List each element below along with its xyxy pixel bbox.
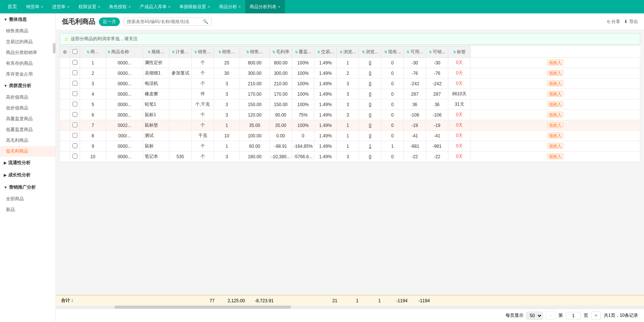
row-checkbox[interactable] (73, 81, 77, 86)
row-checkbox[interactable] (73, 133, 77, 138)
row-checkbox[interactable] (73, 60, 77, 65)
row-sales-price: 180.00 (240, 152, 270, 162)
nav-permission[interactable]: 权限设置 × (74, 0, 105, 13)
sidebar-section-overall[interactable]: ▼ 整体信息 (0, 13, 55, 26)
prev-page-btn[interactable]: ＜ (546, 311, 555, 320)
row-sales-profit: 90.00 (270, 110, 292, 120)
sidebar-item-low-value[interactable]: 低价值商品 (0, 103, 55, 114)
sidebar-item-sales-goods[interactable]: 销售类商品 (0, 26, 55, 36)
warning-text: 这部分商品的利润非常低，请关注 (71, 36, 138, 42)
row-current-stock: -41 (404, 131, 426, 141)
row-checkbox[interactable] (73, 122, 77, 127)
share-btn[interactable]: ⎗ 分享 (607, 19, 620, 25)
sidebar-item-low-coverage[interactable]: 低覆盖度商品 (0, 124, 55, 135)
nav-goods-analysis[interactable]: 商品分析 × (215, 0, 245, 13)
nav-goods-analysis-list[interactable]: 商品分析列表 × (245, 0, 285, 13)
row-checkbox[interactable] (73, 70, 77, 75)
row-view1[interactable]: 0 (359, 58, 381, 68)
row-checkbox[interactable] (73, 112, 77, 117)
row-checkbox[interactable] (73, 102, 77, 106)
nav-template[interactable]: 单据模板设置 × (175, 0, 214, 13)
search-icon[interactable]: 🔍 (203, 19, 208, 24)
row-check[interactable] (70, 120, 80, 131)
per-page-select[interactable]: 50 (526, 312, 543, 320)
row-check[interactable] (70, 131, 80, 141)
sidebar-item-high-margin[interactable]: 高毛利商品 (0, 135, 55, 146)
sidebar-item-high-coverage[interactable]: 高覆盖度商品 (0, 114, 55, 124)
sidebar-item-category-rate[interactable]: 商品分类助销率 (0, 47, 55, 58)
sidebar-section-liquidity[interactable]: ▶ 流通性分析 (0, 157, 55, 169)
row-name: 笔记本 (143, 152, 169, 162)
row-spec (169, 99, 192, 110)
sidebar-item-stocked-goods[interactable]: 有库存的商品 (0, 58, 55, 69)
row-code: 000/... (106, 131, 143, 141)
row-checkbox[interactable] (73, 91, 77, 96)
select-all-checkbox[interactable] (73, 49, 77, 54)
scrollbar-thumb[interactable] (115, 306, 291, 309)
row-check[interactable] (70, 68, 80, 79)
row-view1[interactable]: 0 (359, 79, 381, 89)
nav-close-purchase[interactable]: × (67, 4, 69, 9)
row-view1[interactable]: 0 (359, 110, 381, 120)
scrollbar-area[interactable] (56, 306, 644, 309)
row-trade-count: 1 (337, 58, 359, 68)
nav-close-sales[interactable]: × (41, 4, 43, 9)
row-view1[interactable]: 0 (359, 131, 381, 141)
nav-product-in[interactable]: 产成品入库单 × (135, 0, 175, 13)
sidebar-collapse-btn[interactable]: 《 (53, 43, 56, 53)
row-tag: 低收入 (471, 89, 640, 99)
nav-close-product-in[interactable]: × (168, 4, 170, 9)
sidebar-section-marketing[interactable]: ▼ 营销推广分析 (0, 181, 55, 194)
sidebar-item-new-goods[interactable]: 新品 (0, 204, 55, 215)
row-view1[interactable]: 0 (359, 68, 381, 79)
nav-close-template[interactable]: × (208, 4, 210, 9)
nav-close-permission[interactable]: × (98, 4, 100, 9)
row-check[interactable] (70, 152, 80, 162)
nav-sales[interactable]: 销货单 × (22, 0, 48, 13)
row-current-stock: -242 (404, 79, 426, 89)
sidebar-item-stock-capital[interactable]: 库存资金占用 (0, 69, 55, 80)
search-input[interactable] (127, 19, 201, 24)
row-view2: 0 (381, 120, 404, 131)
row-view1[interactable]: 0 (359, 89, 381, 99)
nav-close-goods-analysis-list[interactable]: × (278, 4, 280, 9)
sidebar-item-low-margin[interactable]: 低毛利商品 (0, 146, 55, 157)
nav-role[interactable]: 角色授权 × (105, 0, 135, 13)
row-view1[interactable]: 1 (359, 141, 381, 152)
row-view1[interactable]: 0 (359, 152, 381, 162)
sidebar-item-high-value[interactable]: 高价值商品 (0, 92, 55, 103)
row-check[interactable] (70, 110, 80, 120)
row-coverage: 1.49% (314, 141, 337, 152)
row-view1[interactable]: 0 (359, 99, 381, 110)
col-header-settings[interactable]: ⚙ (60, 47, 70, 58)
data-table: ⚙ ⇅商... ⇅商品名称 ⇅规格... ⇅计量... ⇅销售... ⇅销售..… (60, 46, 640, 162)
row-sellable-days: 0天 (448, 79, 471, 89)
arrow-icon-growth: ▶ (4, 173, 7, 177)
row-check[interactable] (70, 89, 80, 99)
row-view1[interactable]: 0 (359, 120, 381, 131)
col-header-check[interactable] (70, 47, 80, 58)
row-check[interactable] (70, 141, 80, 152)
next-page-btn[interactable]: ＞ (591, 311, 601, 320)
row-sales-price: 300.00 (240, 68, 270, 79)
row-check[interactable] (70, 79, 80, 89)
sidebar-item-traded-goods[interactable]: 交易过的商品 (0, 36, 55, 47)
row-check[interactable] (70, 99, 80, 110)
row-avail-stock: -106 (426, 110, 448, 120)
sidebar-section-cluster[interactable]: ▼ 类群度分析 (0, 80, 55, 92)
nav-close-goods-analysis[interactable]: × (238, 4, 241, 9)
row-checkbox[interactable] (73, 143, 77, 148)
row-sales-profit: -98.91 (270, 141, 292, 152)
nav-close-role[interactable]: × (128, 4, 131, 9)
row-view2: 0 (381, 99, 404, 110)
nav-home[interactable]: 首页 (3, 0, 22, 13)
sidebar-item-all-goods[interactable]: 全部商品 (0, 194, 55, 204)
row-check[interactable] (70, 58, 80, 68)
nav-purchase[interactable]: 进货单 × (48, 0, 74, 13)
footer-sales-profit: -8,723.91 (249, 298, 279, 303)
page-number-input[interactable] (566, 312, 581, 319)
sidebar-section-growth[interactable]: ▶ 成长性分析 (0, 169, 55, 181)
filter-recent-month-btn[interactable]: 近一月 (99, 17, 120, 26)
row-checkbox[interactable] (73, 154, 77, 159)
export-btn[interactable]: ⬇ 导出 (624, 19, 638, 25)
